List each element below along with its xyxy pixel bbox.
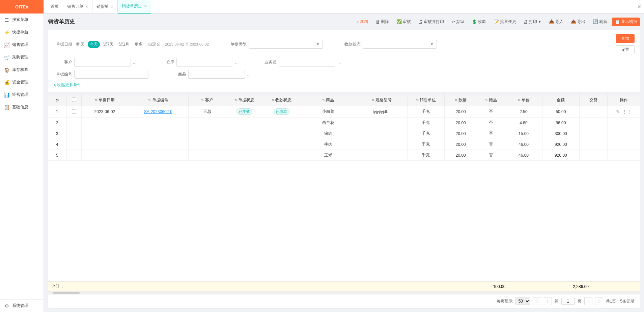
sidebar-item-inventory[interactable]: 🏠 库存核算 <box>0 63 44 76</box>
print-icon: 🖨 <box>524 19 528 24</box>
batch-change-button[interactable]: 📝 批量变更 <box>491 18 519 26</box>
cell-customer <box>189 139 226 150</box>
sort-price-icon[interactable]: ⇅ <box>517 98 520 102</box>
refresh-button[interactable]: 🔄 刷新 <box>590 18 610 26</box>
settings-icon[interactable]: ⚙ <box>55 98 59 103</box>
sort-goods-icon[interactable]: ⇅ <box>322 98 325 102</box>
cell-gift: 否 <box>477 106 505 118</box>
set-button[interactable]: 设置 <box>616 45 635 54</box>
cell-checkbox[interactable] <box>66 128 81 139</box>
cell-checkbox[interactable] <box>66 118 81 128</box>
sort-gift-icon[interactable]: ⇅ <box>485 98 488 102</box>
table-scroll-area[interactable]: ⚙ ⇅ 单据日期 ⇅ <box>48 95 640 281</box>
date-btn-custom[interactable]: 自定义 <box>146 41 162 48</box>
filter-row-3: 单据编号 商品 ... <box>53 70 635 79</box>
query-button[interactable]: 查询 <box>616 34 635 43</box>
th-settings[interactable]: ⚙ <box>48 95 66 106</box>
scrollbar-thumb[interactable] <box>53 292 80 294</box>
date-btn-today[interactable]: 今天 <box>88 41 100 48</box>
cell-checkbox[interactable] <box>66 106 81 118</box>
cell-gift: 否 <box>477 128 505 139</box>
next-page-button[interactable]: ⟩ <box>584 297 592 305</box>
abandon-button[interactable]: ↩ 弃审 <box>449 18 467 26</box>
tab-sales-goods[interactable]: 销货单 ✕ <box>92 0 118 14</box>
per-page-label: 每页显示 <box>497 298 513 304</box>
pay-status-select[interactable]: ▼ <box>363 40 437 49</box>
select-all-checkbox[interactable] <box>72 98 76 102</box>
sidebar-item-operations[interactable]: 📊 经营管理 <box>0 88 44 101</box>
customer-input[interactable] <box>74 58 131 67</box>
cell-trade <box>580 118 608 128</box>
sidebar-item-purchase-mgmt[interactable]: 🛒 采购管理 <box>0 51 44 63</box>
staff-input[interactable] <box>279 58 335 67</box>
horizontal-scrollbar[interactable] <box>48 291 640 294</box>
cell-qty: 20.00 <box>444 128 477 139</box>
close-sales-order-tab[interactable]: ✕ <box>85 5 88 8</box>
doc-no-input[interactable] <box>74 70 148 79</box>
page-number-input[interactable] <box>561 298 575 305</box>
tab-home[interactable]: 首页 <box>47 0 63 14</box>
tab-sales-history[interactable]: 销货单历史 ✕ <box>118 0 151 14</box>
total-values-row: 100.00 2,286.00 <box>79 284 636 289</box>
cell-unit: 千克 <box>407 106 444 118</box>
date-label: 单据日期 <box>53 42 72 47</box>
warehouse-picker-icon[interactable]: ... <box>235 60 239 65</box>
sort-customer-icon[interactable]: ⇅ <box>201 98 204 102</box>
sort-qty-icon[interactable]: ⇅ <box>455 98 457 102</box>
print-button[interactable]: 🖨 打印 ▼ <box>521 18 544 26</box>
delete-button[interactable]: 🗑 删除 <box>373 18 392 26</box>
customer-picker-icon[interactable]: ... <box>133 60 137 65</box>
import-button[interactable]: 📥 导入 <box>546 18 566 26</box>
sidebar-item-finance[interactable]: 💰 资金管理 <box>0 76 44 88</box>
filter-customer: 客户 ... <box>53 58 137 67</box>
warehouse-input[interactable] <box>176 58 233 67</box>
sidebar-item-quick-nav[interactable]: ⚡ 快捷导航 <box>0 26 44 38</box>
cell-checkbox[interactable] <box>66 150 81 161</box>
sidebar-item-system[interactable]: ⚙ 系统管理 <box>0 300 44 312</box>
goods-picker-icon[interactable]: ... <box>247 72 251 77</box>
th-customer: ⇅ 客户 <box>189 95 226 106</box>
date-btn-last1m[interactable]: 近1月 <box>117 41 132 48</box>
close-sales-goods-tab[interactable]: ✕ <box>111 5 113 8</box>
first-page-button[interactable]: ⟨⟨ <box>533 297 541 305</box>
cell-spec <box>356 128 407 139</box>
sidebar-item-search-menu[interactable]: ☰ 搜索菜单 <box>0 14 44 26</box>
sort-sn-icon[interactable]: ⇅ <box>148 98 151 102</box>
sort-pay-status-icon[interactable]: ⇅ <box>272 98 274 102</box>
close-all-tabs-icon[interactable]: ✕ <box>637 4 641 9</box>
tab-sales-order[interactable]: 销售订单 ✕ <box>63 0 92 14</box>
prev-page-button[interactable]: ⟨ <box>544 297 552 305</box>
date-btn-last7[interactable]: 近7天 <box>101 41 116 48</box>
print-dropdown-icon[interactable]: ▼ <box>538 20 541 24</box>
export-button[interactable]: 📤 导出 <box>568 18 588 26</box>
operations-icon: 📊 <box>4 92 9 98</box>
per-page-select[interactable]: 50 <box>515 297 530 305</box>
cell-checkbox[interactable] <box>66 139 81 150</box>
row-checkbox[interactable] <box>72 109 76 113</box>
audit-print-button[interactable]: 🖨 审核并打印 <box>416 18 447 26</box>
sort-date-icon[interactable]: ⇅ <box>95 98 97 102</box>
collapse-button[interactable]: ∧ 收起更多条件 <box>53 82 635 88</box>
doc-type-select[interactable]: ▼ <box>249 40 323 49</box>
more-icon[interactable]: ⋮⋮ <box>622 109 632 114</box>
sort-unit-icon[interactable]: ⇅ <box>416 98 419 102</box>
staff-picker-icon[interactable]: ... <box>337 60 341 65</box>
collect-button[interactable]: 💲 收款 <box>469 18 489 26</box>
doc-sn-link[interactable]: SA-20230602-0 <box>144 109 172 114</box>
sort-spec-icon[interactable]: ⇅ <box>372 98 374 102</box>
show-detail-button[interactable]: 📋 显示明细 <box>612 18 640 26</box>
doc-type-dropdown-icon: ▼ <box>316 42 320 47</box>
close-sales-history-tab[interactable]: ✕ <box>144 4 147 8</box>
last-page-button[interactable]: ⟩⟩ <box>595 297 603 305</box>
date-btn-more[interactable]: 更多 <box>133 41 145 48</box>
th-checkbox[interactable] <box>66 95 81 106</box>
sidebar-item-basic-info[interactable]: 📋 基础信息 <box>0 101 44 113</box>
sidebar-item-sales-mgmt[interactable]: 📈 销售管理 <box>0 38 44 51</box>
goods-input[interactable] <box>188 70 245 79</box>
date-btn-yesterday[interactable]: 昨天 <box>74 41 86 48</box>
sort-doc-status-icon[interactable]: ⇅ <box>234 98 237 102</box>
cell-qty: 20.00 <box>444 150 477 161</box>
audit-button[interactable]: ✅ 审核 <box>394 18 414 26</box>
edit-icon[interactable]: ✎ <box>616 109 620 114</box>
new-button[interactable]: + 新增 <box>354 18 371 26</box>
